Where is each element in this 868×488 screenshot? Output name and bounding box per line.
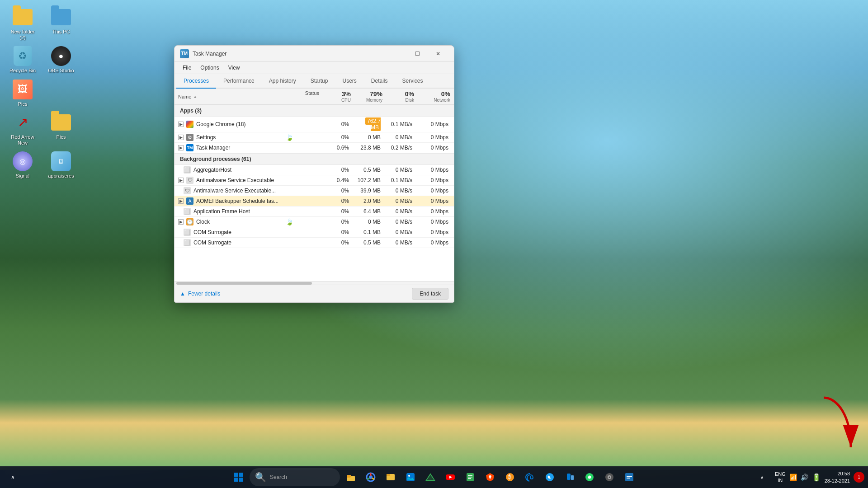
process-row-settings[interactable]: ▶ ⚙ Settings 🍃 0% 0 MB 0 MB/s 0 Mbps xyxy=(175,132,454,143)
process-row-aggregator[interactable]: ⬜ AggregatorHost 0% 0.5 MB 0 MB/s 0 Mbps xyxy=(175,165,454,175)
aomei-cpu: 0% xyxy=(323,198,354,204)
notification-badge[interactable]: 1 xyxy=(854,472,864,483)
taskbar-files[interactable] xyxy=(382,468,400,486)
clock-memory: 0 MB xyxy=(354,219,386,225)
maximize-button[interactable]: ☐ xyxy=(407,46,428,62)
end-task-button[interactable]: End task xyxy=(412,288,448,300)
taskbar-volume-icon[interactable]: 🔊 xyxy=(801,474,808,481)
tab-processes[interactable]: Processes xyxy=(176,74,216,89)
aomei-expand[interactable]: ▶ xyxy=(178,198,184,204)
taskmanager-expand[interactable]: ▶ xyxy=(178,145,184,150)
taskbar-photos[interactable] xyxy=(401,468,420,486)
taskbar-youtube[interactable] xyxy=(441,468,459,486)
chrome-expand[interactable]: ▶ xyxy=(178,122,184,127)
antimalware1-expand[interactable]: ▶ xyxy=(178,178,184,183)
desktop-icon-signal[interactable]: ◎ Signal xyxy=(5,149,41,181)
settings-network: 0 Mbps xyxy=(418,134,454,141)
process-row-com2[interactable]: ⬜ COM Surrogate 0% 0.5 MB 0 MB/s 0 Mbps xyxy=(175,238,454,248)
svg-text:₿: ₿ xyxy=(508,474,511,480)
col-header-disk[interactable]: 0% Disk xyxy=(386,90,418,103)
settings-name: ▶ ⚙ Settings xyxy=(175,134,282,141)
taskbar-language[interactable]: ENGIN xyxy=(775,471,786,484)
col-header-status[interactable]: Status xyxy=(282,90,323,103)
col-header-cpu[interactable]: 3% CPU xyxy=(323,90,354,103)
process-row-antimalware1[interactable]: ▶ 🛡 Antimalware Service Executable 0.4% … xyxy=(175,175,454,186)
desktop-icon-recycle-bin[interactable]: ♻ Recycle Bin xyxy=(5,43,41,75)
appframe-memory: 6.4 MB xyxy=(354,208,386,215)
taskbar-brave[interactable] xyxy=(481,468,499,486)
pics2-icon xyxy=(51,114,71,131)
title-bar: TM Task Manager — ☐ ✕ xyxy=(175,46,454,62)
appframe-network: 0 Mbps xyxy=(418,208,454,215)
fewer-details-button[interactable]: ▲ Fewer details xyxy=(180,291,220,297)
tab-startup[interactable]: Startup xyxy=(303,74,335,89)
taskbar-chrome[interactable] xyxy=(362,468,380,486)
desktop-icon-red-arrow-new[interactable]: ↗ Red ArrowNew xyxy=(5,110,41,148)
process-row-appframe[interactable]: ⬜ Application Frame Host 0% 6.4 MB 0 MB/… xyxy=(175,206,454,217)
pics2-label: Pics xyxy=(57,134,66,140)
taskbar-phone-link[interactable] xyxy=(561,468,579,486)
taskbar-battery-icon[interactable]: 🔋 xyxy=(812,473,821,482)
menu-options[interactable]: Options xyxy=(196,63,223,73)
process-row-taskmanager[interactable]: ▶ TM Task Manager 0.6% 23.8 MB 0.2 MB/s … xyxy=(175,143,454,153)
taskbar-drive[interactable] xyxy=(421,468,439,486)
taskbar-security[interactable] xyxy=(600,468,618,486)
pics1-icon: 🖼 xyxy=(13,80,33,99)
horizontal-scrollbar[interactable] xyxy=(175,281,454,285)
menu-view[interactable]: View xyxy=(224,63,245,73)
process-row-com1[interactable]: ⬜ COM Surrogate 0% 0.1 MB 0 MB/s 0 Mbps xyxy=(175,227,454,238)
clock-disk: 0 MB/s xyxy=(386,219,418,225)
search-placeholder: Search xyxy=(270,474,287,480)
desktop-icon-pics1[interactable]: 🖼 Pics xyxy=(5,77,41,109)
taskbar-twitter[interactable] xyxy=(541,468,559,486)
chrome-cpu: 0% xyxy=(323,121,354,127)
col-header-network[interactable]: 0% Network xyxy=(418,90,454,103)
taskbar-chevron[interactable]: ∧ xyxy=(753,468,771,486)
process-row-clock[interactable]: ▶ 🕐 Clock 🍃 0% 0 MB 0 MB/s 0 Mbps xyxy=(175,217,454,227)
taskbar-whatsapp[interactable] xyxy=(580,468,599,486)
search-button[interactable]: 🔍 Search xyxy=(250,468,340,486)
taskbar: ∧ 🔍 Search xyxy=(0,466,868,488)
clock-expand[interactable]: ▶ xyxy=(178,219,184,225)
taskbar-network-icon[interactable]: 📶 xyxy=(789,474,797,481)
taskbar-taskmanager[interactable] xyxy=(620,468,638,486)
antimalware2-disk: 0 MB/s xyxy=(386,188,418,194)
taskbar-edge-canary[interactable] xyxy=(521,468,539,486)
taskbar-bitcoin[interactable]: ₿ xyxy=(501,468,519,486)
settings-expand[interactable]: ▶ xyxy=(178,135,184,140)
taskbar-explorer[interactable] xyxy=(342,468,360,486)
settings-memory: 0 MB xyxy=(354,134,386,141)
tab-performance[interactable]: Performance xyxy=(216,74,262,89)
start-button[interactable] xyxy=(230,468,248,486)
taskbar-sheets[interactable] xyxy=(461,468,479,486)
tab-details[interactable]: Details xyxy=(364,74,395,89)
process-table[interactable]: Apps (3) ▶ ● Google Chrome (18) 0% 762.7… xyxy=(175,105,454,281)
com1-memory: 0.1 MB xyxy=(354,229,386,235)
col-header-memory[interactable]: 79% Memory xyxy=(354,90,386,103)
appframe-disk: 0 MB/s xyxy=(386,208,418,215)
desktop-icon-this-pc[interactable]: This PC xyxy=(43,5,79,42)
process-row-aomei[interactable]: ▶ A AOMEI Backupper Schedule tas... 0% 2… xyxy=(175,196,454,206)
desktop-icon-new-folder[interactable]: New folder(2) xyxy=(5,5,41,42)
process-row-antimalware2[interactable]: 🛡 Antimalware Service Executable... 0% 3… xyxy=(175,186,454,196)
tab-app-history[interactable]: App history xyxy=(262,74,303,89)
col-header-name[interactable]: Name ▲ xyxy=(175,90,282,103)
close-button[interactable]: ✕ xyxy=(428,46,448,62)
aomei-icon: A xyxy=(186,197,193,205)
tab-users[interactable]: Users xyxy=(335,74,363,89)
recycle-bin-label: Recycle Bin xyxy=(9,68,36,74)
settings-cpu: 0% xyxy=(323,134,354,141)
taskmanager-cpu: 0.6% xyxy=(323,145,354,151)
menu-file[interactable]: File xyxy=(178,63,196,73)
process-row-chrome[interactable]: ▶ ● Google Chrome (18) 0% 762.7 MB 0.1 M… xyxy=(175,117,454,132)
aggregator-name: ⬜ AggregatorHost xyxy=(175,166,282,174)
taskbar-clock[interactable]: 20:58 28-12-2021 xyxy=(825,470,850,485)
desktop-icon-obs[interactable]: ● OBS Studio xyxy=(43,43,79,75)
minimize-button[interactable]: — xyxy=(386,46,407,62)
taskbar-show-hidden-icons[interactable]: ∧ xyxy=(4,468,22,486)
tab-services[interactable]: Services xyxy=(395,74,430,89)
menu-bar: File Options View xyxy=(175,62,454,74)
desktop-icon-pics2[interactable]: Pics xyxy=(43,110,79,148)
scrollbar-thumb[interactable] xyxy=(176,282,312,285)
desktop-icon-appraiser[interactable]: 🖥 appraiseres xyxy=(43,149,79,181)
